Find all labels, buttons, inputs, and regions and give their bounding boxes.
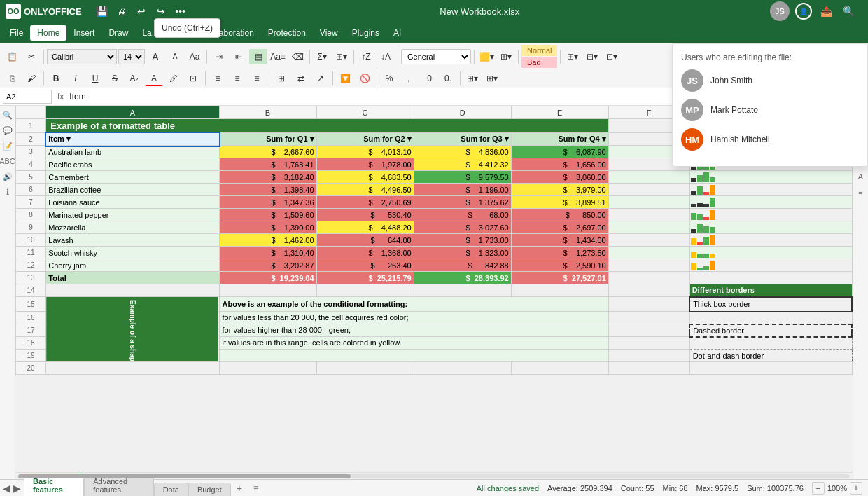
cell-a5[interactable]: Camembert bbox=[46, 171, 219, 184]
share-icon[interactable]: 📤 bbox=[818, 3, 834, 20]
cell-c12[interactable]: $ 263.40 bbox=[316, 259, 414, 272]
cell-d5[interactable]: $ 9,579.50 bbox=[414, 171, 511, 184]
cell-e12[interactable]: $ 2,590.10 bbox=[511, 259, 608, 272]
cell-c3[interactable]: $ 4,013.10 bbox=[316, 146, 414, 158]
print-icon[interactable]: 🖨 bbox=[113, 4, 131, 19]
cell-a6[interactable]: Brazilian coffee bbox=[46, 184, 219, 196]
track-left-icon[interactable]: 📝 bbox=[1, 139, 14, 152]
cell-b13[interactable]: $ 19,239.04 bbox=[219, 272, 316, 284]
cell-e7[interactable]: $ 3,899.51 bbox=[511, 196, 608, 209]
cell-e11[interactable]: $ 1,273.50 bbox=[511, 247, 608, 259]
subscript-icon[interactable]: A₂ bbox=[125, 71, 144, 86]
cond-format-icon[interactable]: 🟨▾ bbox=[477, 49, 496, 64]
cell-c9[interactable]: $ 4,488.20 bbox=[316, 221, 414, 234]
info-left-icon[interactable]: ℹ bbox=[1, 186, 14, 198]
table-icon[interactable]: ⊞▾ bbox=[497, 49, 515, 64]
cell-c6[interactable]: $ 4,496.50 bbox=[316, 184, 414, 196]
indent-icon[interactable]: ⇤ bbox=[230, 49, 248, 64]
cell-c2[interactable]: Sum for Q2 ▾ bbox=[316, 133, 414, 146]
menu-ai[interactable]: AI bbox=[386, 25, 408, 41]
bold-icon[interactable]: B bbox=[47, 71, 65, 86]
col-c-header[interactable]: C bbox=[316, 106, 414, 119]
cell-b11[interactable]: $ 1,310.40 bbox=[219, 247, 316, 259]
cell-c11[interactable]: $ 1,368.00 bbox=[316, 247, 414, 259]
wrap-icon[interactable]: ⇥ bbox=[210, 49, 228, 64]
text-direction-icon[interactable]: ⇄ bbox=[292, 71, 310, 86]
table-main-header[interactable]: Example of a formatted table bbox=[46, 119, 608, 133]
right-panel-icon-6[interactable]: ≡ bbox=[855, 186, 867, 198]
clear-filter-icon[interactable]: 🚫 bbox=[356, 71, 374, 86]
format-painter-icon[interactable]: 🖌 bbox=[22, 71, 41, 86]
delete-rows-icon[interactable]: ⊟▾ bbox=[583, 49, 601, 64]
cell-b3[interactable]: $ 2,667.60 bbox=[219, 146, 316, 158]
cell-d9[interactable]: $ 3,027.60 bbox=[414, 221, 511, 234]
cell-d13[interactable]: $ 28,393.92 bbox=[414, 272, 511, 284]
cell-a12[interactable]: Cherry jam bbox=[46, 259, 219, 272]
cell-e6[interactable]: $ 3,979.00 bbox=[511, 184, 608, 196]
cell-e9[interactable]: $ 2,697.00 bbox=[511, 221, 608, 234]
align-left-icon[interactable]: ≡ bbox=[209, 71, 227, 86]
cell-d2[interactable]: Sum for Q3 ▾ bbox=[414, 133, 511, 146]
align-center-icon[interactable]: ≡ bbox=[228, 71, 246, 86]
cell-e4[interactable]: $ 1,656.00 bbox=[511, 158, 608, 171]
cell-a2[interactable]: Item ▾ bbox=[46, 133, 219, 146]
named-ranges-icon[interactable]: ⊞▾ bbox=[463, 71, 482, 86]
cell-a10[interactable]: Lavash bbox=[46, 234, 219, 247]
cell-e5[interactable]: $ 3,060.00 bbox=[511, 171, 608, 184]
sort-desc-icon[interactable]: ↓A bbox=[377, 49, 395, 64]
italic-icon[interactable]: I bbox=[66, 71, 85, 86]
font-color-icon[interactable]: A bbox=[145, 71, 163, 86]
underline-icon[interactable]: U bbox=[86, 71, 104, 86]
orientation-icon[interactable]: ↗ bbox=[312, 71, 330, 86]
number-format-select[interactable]: General bbox=[401, 49, 471, 64]
add-sheet-button[interactable]: + bbox=[231, 481, 248, 495]
menu-file[interactable]: File bbox=[3, 25, 30, 41]
cell-b12[interactable]: $ 3,202.87 bbox=[219, 259, 316, 272]
cell-c4[interactable]: $ 1,978.00 bbox=[316, 158, 414, 171]
col-e-header[interactable]: E bbox=[511, 106, 608, 119]
format-icon[interactable]: Aa≡ bbox=[269, 49, 287, 64]
cell-c5[interactable]: $ 4,683.50 bbox=[316, 171, 414, 184]
normal-style[interactable]: Normal bbox=[522, 45, 557, 56]
col-b-header[interactable]: B bbox=[219, 106, 316, 119]
font-size-inc-icon[interactable]: A bbox=[146, 49, 164, 64]
zoom-in-button[interactable]: + bbox=[850, 482, 862, 495]
cell-a4[interactable]: Pacific crabs bbox=[46, 158, 219, 171]
percent-icon[interactable]: % bbox=[380, 71, 398, 86]
merge-icon[interactable]: ⊞ bbox=[272, 71, 290, 86]
font-name-select[interactable]: Calibri bbox=[47, 49, 117, 64]
cell-c7[interactable]: $ 2,750.69 bbox=[316, 196, 414, 209]
cell-e2[interactable]: Sum for Q4 ▾ bbox=[511, 133, 608, 146]
next-sheet-arrow[interactable]: ▶ bbox=[13, 483, 21, 494]
menu-view[interactable]: View bbox=[313, 25, 345, 41]
cell-b9[interactable]: $ 1,390.00 bbox=[219, 221, 316, 234]
col-a-header[interactable]: A bbox=[46, 106, 219, 119]
strikethrough-icon[interactable]: S bbox=[106, 71, 124, 86]
menu-protection[interactable]: Protection bbox=[261, 25, 313, 41]
cell-b7[interactable]: $ 1,347.36 bbox=[219, 196, 316, 209]
cell-c13[interactable]: $ 25,215.79 bbox=[316, 272, 414, 284]
cell-a11[interactable]: Scotch whisky bbox=[46, 247, 219, 259]
cell-d4[interactable]: $ 4,412.32 bbox=[414, 158, 511, 171]
cell-d12[interactable]: $ 842.88 bbox=[414, 259, 511, 272]
more-icon[interactable]: ••• bbox=[172, 4, 190, 19]
hscrollbar-thumb[interactable] bbox=[18, 474, 351, 478]
cell-reference-input[interactable] bbox=[3, 90, 52, 104]
menu-plugins[interactable]: Plugins bbox=[345, 25, 386, 41]
search-left-icon[interactable]: 🔍 bbox=[1, 109, 14, 121]
tab-data[interactable]: Data bbox=[154, 483, 188, 496]
sort-asc-icon[interactable]: ↑Z bbox=[357, 49, 375, 64]
format-table-icon[interactable]: ⊞▾ bbox=[483, 71, 501, 86]
bad-style[interactable]: Bad bbox=[522, 57, 557, 68]
border-icon[interactable]: ⊡ bbox=[184, 71, 202, 86]
cell-a3[interactable]: Australian lamb bbox=[46, 146, 219, 158]
zoom-out-button[interactable]: − bbox=[812, 482, 825, 495]
cell-b5[interactable]: $ 3,182.40 bbox=[219, 171, 316, 184]
cell-b8[interactable]: $ 1,509.60 bbox=[219, 209, 316, 221]
cell-b2[interactable]: Sum for Q1 ▾ bbox=[219, 133, 316, 146]
highlight-icon[interactable]: 🖊 bbox=[164, 71, 183, 86]
cell-e10[interactable]: $ 1,434.00 bbox=[511, 234, 608, 247]
fill-series-icon[interactable]: ⊞▾ bbox=[332, 49, 351, 64]
cell-b4[interactable]: $ 1,768.41 bbox=[219, 158, 316, 171]
dec-increase-icon[interactable]: .0 bbox=[419, 71, 438, 86]
